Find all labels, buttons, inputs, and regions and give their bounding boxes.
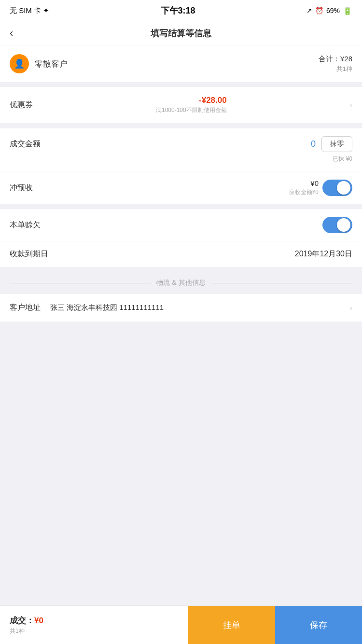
- pending-button[interactable]: 挂单: [188, 606, 275, 644]
- sim-text: 无 SIM 卡 ✦: [10, 6, 49, 15]
- customer-card: 👤 零散客户 合计：¥28 共1种: [0, 45, 362, 82]
- chevron-right-icon: ›: [350, 101, 352, 110]
- address-card[interactable]: 客户地址 张三 海淀永丰科技园 11111111111 ›: [0, 294, 362, 322]
- location-icon: ↗: [306, 7, 312, 14]
- save-button[interactable]: 保存: [275, 606, 362, 644]
- bottom-deal-label: 成交：: [10, 616, 34, 625]
- address-label: 客户地址: [10, 303, 41, 313]
- status-right: ↗ ⏰ 69% 🔋: [306, 6, 352, 15]
- battery-icon: 🔋: [343, 6, 352, 15]
- logistics-title: 物流 & 其他信息: [156, 279, 205, 287]
- debt-toggle[interactable]: [322, 217, 352, 233]
- coupon-discount: -¥28.00: [156, 96, 227, 105]
- debt-label: 本单赊欠: [10, 220, 41, 230]
- customer-left: 👤 零散客户: [10, 54, 68, 73]
- deal-amount-value: 0: [311, 139, 316, 149]
- content: 👤 零散客户 合计：¥28 共1种 优惠券 -¥28.00 满1000-100不…: [0, 45, 362, 471]
- customer-row: 👤 零散客户 合计：¥28 共1种: [0, 45, 362, 82]
- customer-name: 零散客户: [35, 58, 68, 70]
- address-chevron-icon: ›: [350, 304, 352, 312]
- deal-card: 成交金额 0 抹零 已抹 ¥0 冲预收 ¥0 应收金额¥0: [0, 128, 362, 204]
- deal-amount-label: 成交金额: [10, 139, 41, 149]
- deal-top-row: 成交金额 0 抹零: [10, 136, 352, 152]
- status-bar: 无 SIM 卡 ✦ 下午3:18 ↗ ⏰ 69% 🔋: [0, 0, 362, 21]
- bottom-count: 共1种: [10, 627, 179, 635]
- due-date-row: 收款到期日 2019年12月30日: [0, 241, 362, 267]
- bottom-deal-value: ¥0: [34, 616, 43, 625]
- prepay-toggle[interactable]: [322, 180, 352, 196]
- person-icon: 👤: [14, 58, 25, 69]
- debt-row: 本单赊欠: [0, 209, 362, 241]
- alarm-icon: ⏰: [315, 7, 323, 14]
- due-date-label: 收款到期日: [10, 249, 48, 259]
- due-date-value: 2019年12月30日: [295, 249, 352, 259]
- spacer: [0, 326, 362, 423]
- coupon-desc: 满1000-100不限制使用金额: [156, 106, 227, 114]
- battery-text: 69%: [326, 7, 340, 14]
- status-time: 下午3:18: [161, 5, 195, 16]
- bottom-info: 成交：¥0 共1种: [0, 615, 188, 635]
- bottom-bar: 成交：¥0 共1种 挂单 保存: [0, 605, 362, 644]
- address-row[interactable]: 客户地址 张三 海淀永丰科技园 11111111111 ›: [0, 294, 362, 322]
- logistics-line-left: [10, 283, 151, 283]
- bottom-deal-text: 成交：¥0: [10, 615, 179, 626]
- prepay-right: ¥0 应收金额¥0: [289, 179, 352, 196]
- logistics-header: 物流 & 其他信息: [0, 272, 362, 294]
- debt-card: 本单赊欠 收款到期日 2019年12月30日: [0, 209, 362, 267]
- prepay-sub: 应收金额¥0: [289, 188, 319, 196]
- page-title: 填写结算等信息: [151, 28, 211, 39]
- customer-right: 合计：¥28 共1种: [319, 55, 352, 73]
- coupon-label: 优惠券: [10, 100, 33, 110]
- coupon-card: 优惠券 -¥28.00 满1000-100不限制使用金额 ›: [0, 87, 362, 123]
- total-count: 共1种: [319, 65, 352, 73]
- deal-amount-section: 成交金额 0 抹零 已抹 ¥0: [0, 128, 362, 171]
- deal-right: 0 抹零: [311, 136, 352, 152]
- prepay-label: 冲预收: [10, 183, 33, 193]
- total-amount: 合计：¥28: [319, 55, 352, 64]
- already-rounded: 已抹 ¥0: [333, 155, 352, 162]
- logistics-line-right: [211, 283, 352, 283]
- avatar: 👤: [10, 54, 29, 73]
- coupon-right: -¥28.00 满1000-100不限制使用金额: [156, 96, 227, 114]
- nav-bar: ‹ 填写结算等信息: [0, 21, 362, 45]
- coupon-row[interactable]: 优惠券 -¥28.00 满1000-100不限制使用金额 ›: [0, 87, 362, 123]
- prepay-value: ¥0: [289, 179, 319, 187]
- address-value: 张三 海淀永丰科技园 11111111111: [50, 303, 340, 312]
- round-off-button[interactable]: 抹零: [321, 136, 352, 152]
- prepay-row: 冲预收 ¥0 应收金额¥0: [0, 171, 362, 204]
- status-left: 无 SIM 卡 ✦: [10, 6, 49, 15]
- back-button[interactable]: ‹: [10, 27, 13, 40]
